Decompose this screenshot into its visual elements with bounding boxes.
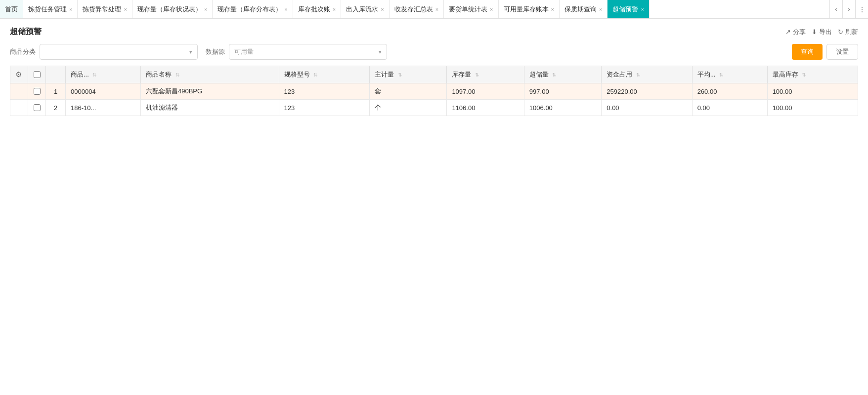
nav-item-abnormal-process[interactable]: 拣货异常处理 × xyxy=(78,0,132,18)
close-icon[interactable]: × xyxy=(641,6,644,12)
refresh-icon: ↻ xyxy=(838,28,843,36)
col-checkbox-header xyxy=(28,66,46,83)
nav-bar: 首页 拣货任务管理 × 拣货异常处理 × 现存量（库存状况表） × 现存量（库存… xyxy=(0,0,868,19)
export-button[interactable]: ⬇ 导出 xyxy=(812,28,832,37)
export-icon: ⬇ xyxy=(812,28,817,36)
page-title: 超储预警 xyxy=(10,27,42,37)
close-icon[interactable]: × xyxy=(490,6,493,12)
nav-item-quality-check[interactable]: 保质期查询 × xyxy=(560,0,608,18)
row-max-stock-cell: 100.00 xyxy=(767,100,858,116)
sort-icon: ⇅ xyxy=(636,72,640,78)
sort-icon: ⇅ xyxy=(175,72,179,78)
nav-item-batch-account[interactable]: 库存批次账 × xyxy=(293,0,341,18)
nav-arrows: ‹ › ⋮ xyxy=(829,0,868,19)
nav-item-inout-flow[interactable]: 出入库流水 × xyxy=(341,0,389,18)
col-unit-header[interactable]: 主计量 ⇅ xyxy=(369,66,446,83)
category-filter: 商品分类 ▾ xyxy=(10,44,198,60)
datasource-value: 可用量 xyxy=(234,47,254,56)
refresh-button[interactable]: ↻ 刷新 xyxy=(838,28,858,37)
nav-menu-button[interactable]: ⋮ xyxy=(855,0,868,19)
datasource-label: 数据源 xyxy=(206,47,225,56)
nav-item-order-stat[interactable]: 要货单统计表 × xyxy=(444,0,498,18)
chevron-down-icon: ▾ xyxy=(189,49,192,55)
row-overstock-qty-cell: 997.00 xyxy=(524,83,601,100)
category-select[interactable]: ▾ xyxy=(40,44,198,60)
data-table: ⚙ 商品... ⇅ 商品名称 ⇅ 规格型号 ⇅ xyxy=(10,66,858,116)
row-settings-cell xyxy=(10,100,28,116)
row-product-code-cell: 0000004 xyxy=(66,83,141,100)
row-settings-cell xyxy=(10,83,28,100)
row-max-stock-cell: 100.00 xyxy=(767,83,858,100)
nav-item-stock-dist[interactable]: 现存量（库存分布表） × xyxy=(213,0,293,18)
row-capital-occupy-cell: 259220.00 xyxy=(602,83,692,100)
page-header: 超储预警 ↗ 分享 ⬇ 导出 ↻ 刷新 xyxy=(10,27,858,37)
nav-right-button[interactable]: › xyxy=(842,0,855,19)
datasource-filter: 数据源 可用量 ▾ xyxy=(206,44,387,60)
col-avg-price-header[interactable]: 平均... ⇅ xyxy=(692,66,767,83)
row-spec-cell: 123 xyxy=(279,83,369,100)
sort-icon: ⇅ xyxy=(398,72,402,78)
row-stock-qty-cell: 1106.00 xyxy=(447,100,524,116)
table-row: 2 186-10... 机油滤清器 123 个 1106.00 1006.00 … xyxy=(10,100,858,116)
nav-item-home[interactable]: 首页 xyxy=(0,0,23,18)
row-product-name-cell: 六配套新昌490BPG xyxy=(140,83,279,100)
filter-bar: 商品分类 ▾ 数据源 可用量 ▾ 查询 设置 xyxy=(10,44,858,60)
row-unit-cell: 个 xyxy=(369,100,446,116)
row-checkbox-cell xyxy=(28,83,46,100)
close-icon[interactable]: × xyxy=(69,6,72,12)
select-all-checkbox[interactable] xyxy=(34,71,41,78)
col-rownum-header xyxy=(46,66,66,83)
share-icon: ↗ xyxy=(785,28,791,36)
row-checkbox[interactable] xyxy=(34,88,41,95)
table-row: 1 0000004 六配套新昌490BPG 123 套 1097.00 997.… xyxy=(10,83,858,100)
close-icon[interactable]: × xyxy=(204,6,207,12)
close-icon[interactable]: × xyxy=(551,6,554,12)
close-icon[interactable]: × xyxy=(333,6,336,12)
header-actions: ↗ 分享 ⬇ 导出 ↻ 刷新 xyxy=(785,28,858,37)
sort-icon: ⇅ xyxy=(719,72,723,78)
filter-actions: 查询 设置 xyxy=(792,44,858,60)
close-icon[interactable]: × xyxy=(381,6,384,12)
row-num-cell: 1 xyxy=(46,83,66,100)
nav-item-stock-status[interactable]: 现存量（库存状况表） × xyxy=(132,0,213,18)
sort-icon: ⇅ xyxy=(802,72,806,78)
close-icon[interactable]: × xyxy=(284,6,287,12)
col-spec-header[interactable]: 规格型号 ⇅ xyxy=(279,66,369,83)
share-button[interactable]: ↗ 分享 xyxy=(785,28,806,37)
row-product-name-cell: 机油滤清器 xyxy=(140,100,279,116)
row-stock-qty-cell: 1097.00 xyxy=(447,83,524,100)
chevron-down-icon: ▾ xyxy=(379,49,382,55)
col-max-stock-header[interactable]: 最高库存 ⇅ xyxy=(767,66,858,83)
sort-icon: ⇅ xyxy=(552,72,556,78)
close-icon[interactable]: × xyxy=(435,6,438,12)
row-num-cell: 2 xyxy=(46,100,66,116)
col-capital-occupy-header[interactable]: 资金占用 ⇅ xyxy=(602,66,692,83)
nav-item-available-account[interactable]: 可用量库存账本 × xyxy=(499,0,560,18)
row-checkbox[interactable] xyxy=(34,104,41,111)
query-button[interactable]: 查询 xyxy=(792,44,823,60)
col-stock-qty-header[interactable]: 库存量 ⇅ xyxy=(447,66,524,83)
sort-icon: ⇅ xyxy=(475,72,479,78)
col-product-name-header[interactable]: 商品名称 ⇅ xyxy=(140,66,279,83)
col-settings: ⚙ xyxy=(10,66,28,83)
nav-item-overstock-alert[interactable]: 超储预警 × xyxy=(608,0,649,18)
row-unit-cell: 套 xyxy=(369,83,446,100)
settings-button[interactable]: 设置 xyxy=(826,44,858,60)
datasource-select[interactable]: 可用量 ▾ xyxy=(229,44,387,60)
col-product-code-header[interactable]: 商品... ⇅ xyxy=(66,66,141,83)
page-content: 超储预警 ↗ 分享 ⬇ 导出 ↻ 刷新 商品分类 ▾ 数据源 xyxy=(0,19,868,395)
row-avg-price-cell: 260.00 xyxy=(692,83,767,100)
row-checkbox-cell xyxy=(28,100,46,116)
nav-item-task-mgmt[interactable]: 拣货任务管理 × xyxy=(23,0,78,18)
row-overstock-qty-cell: 1006.00 xyxy=(524,100,601,116)
row-spec-cell: 123 xyxy=(279,100,369,116)
gear-icon[interactable]: ⚙ xyxy=(15,70,22,79)
table-header-row: ⚙ 商品... ⇅ 商品名称 ⇅ 规格型号 ⇅ xyxy=(10,66,858,83)
row-product-code-cell: 186-10... xyxy=(66,100,141,116)
close-icon[interactable]: × xyxy=(124,6,127,12)
category-label: 商品分类 xyxy=(10,47,36,56)
col-overstock-qty-header[interactable]: 超储量 ⇅ xyxy=(524,66,601,83)
nav-left-button[interactable]: ‹ xyxy=(829,0,842,19)
nav-item-receive-send[interactable]: 收发存汇总表 × xyxy=(390,0,444,18)
close-icon[interactable]: × xyxy=(599,6,602,12)
